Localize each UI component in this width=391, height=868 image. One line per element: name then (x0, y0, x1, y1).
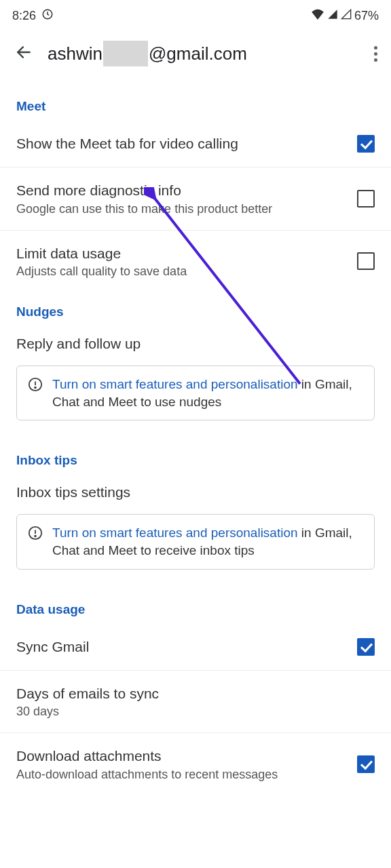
setting-sub: 30 days (16, 705, 375, 719)
setting-sub: Auto-download attachments to recent mess… (16, 768, 346, 782)
checkbox-diagnostic[interactable] (357, 190, 375, 208)
setting-inbox-tips[interactable]: Inbox tips settings (0, 475, 391, 506)
checkbox-limit-data[interactable] (357, 252, 375, 270)
checkbox-show-meet-tab[interactable] (357, 135, 375, 153)
setting-label: Send more diagnostic info (16, 181, 346, 200)
signal-empty-icon (341, 9, 352, 23)
svg-point-4 (35, 387, 36, 389)
setting-diagnostic-info[interactable]: Send more diagnostic info Google can use… (0, 167, 391, 230)
status-battery: 67% (354, 9, 379, 23)
setting-days-sync[interactable]: Days of emails to sync 30 days (0, 671, 391, 733)
wifi-icon (311, 9, 324, 23)
nudges-banner[interactable]: Turn on smart features and personalisati… (16, 366, 375, 420)
signal-icon (327, 9, 338, 23)
setting-label: Limit data usage (16, 244, 346, 263)
status-bar: 8:26 67% (0, 0, 391, 27)
setting-download-attachments[interactable]: Download attachments Auto-download attac… (0, 733, 391, 795)
app-header: ashwin@gmail.com (0, 27, 391, 87)
setting-sub: Google can use this to make this product… (16, 202, 346, 216)
setting-limit-data[interactable]: Limit data usage Adjusts call quality to… (0, 231, 391, 292)
setting-sync-gmail[interactable]: Sync Gmail (0, 624, 391, 671)
section-nudges: Nudges (0, 292, 391, 326)
info-icon (28, 377, 43, 395)
setting-reply-follow[interactable]: Reply and follow up (0, 326, 391, 357)
section-meet: Meet (0, 87, 391, 121)
info-icon (28, 526, 43, 543)
checkbox-sync-gmail[interactable] (357, 638, 375, 656)
setting-show-meet-tab[interactable]: Show the Meet tab for video calling (0, 121, 391, 167)
page-title: ashwin@gmail.com (48, 41, 354, 66)
checkbox-download-attachments[interactable] (357, 755, 375, 773)
setting-label: Download attachments (16, 747, 346, 766)
redacted-block (103, 41, 148, 66)
inbox-tips-banner[interactable]: Turn on smart features and personalisati… (16, 514, 375, 569)
banner-text: Turn on smart features and personalisati… (52, 376, 363, 410)
svg-point-7 (35, 536, 36, 537)
section-inbox-tips: Inbox tips (0, 426, 391, 475)
status-time: 8:26 (12, 9, 36, 23)
setting-label: Show the Meet tab for video calling (16, 134, 346, 153)
rotation-lock-icon (41, 8, 54, 24)
section-data-usage: Data usage (0, 575, 391, 624)
banner-text: Turn on smart features and personalisati… (52, 524, 363, 559)
setting-sub: Adjusts call quality to save data (16, 264, 346, 279)
back-icon[interactable] (15, 43, 33, 64)
setting-label: Sync Gmail (16, 637, 346, 656)
overflow-menu-icon[interactable] (369, 46, 383, 62)
setting-label: Days of emails to sync (16, 684, 375, 703)
